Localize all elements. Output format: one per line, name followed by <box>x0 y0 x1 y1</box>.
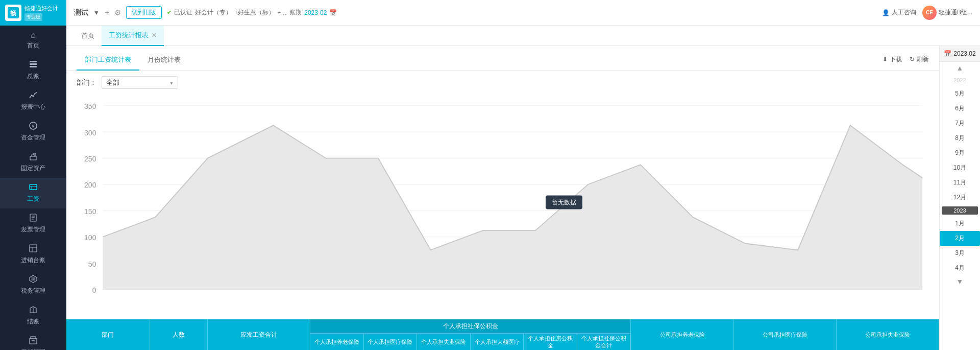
sidebar-item-reports[interactable]: 报表中心 <box>0 86 66 116</box>
topbar-gear-btn[interactable]: ⚙ <box>114 8 121 17</box>
date-month-1[interactable]: 1月 <box>940 216 980 231</box>
svg-text:100: 100 <box>84 234 96 242</box>
col-company-unemploy: 公司承担失业保险 <box>837 319 939 350</box>
help-label: 人工咨询 <box>892 8 916 17</box>
dept-select-wrap: 全部 <box>102 76 178 89</box>
status-biz: +好生意（标） <box>234 8 275 17</box>
download-btn[interactable]: ⬇ 下载 <box>883 55 902 64</box>
user-name: 轻捷通B组... <box>939 8 972 17</box>
tabs-bar: 首页 工资统计报表 ✕ <box>66 26 980 46</box>
toolbar-left: 部门： 全部 <box>77 76 178 89</box>
toolbar-row: 部门： 全部 <box>66 71 939 94</box>
tab-close-btn[interactable]: ✕ <box>152 32 157 39</box>
close-period-icon <box>29 306 37 316</box>
col-personal-pension: 个人承担养老保险 <box>310 334 364 350</box>
sidebar-item-label: 税务管理 <box>21 287 45 295</box>
date-up-btn[interactable]: ▲ <box>954 62 966 74</box>
verified-icon: ✔ <box>167 9 172 16</box>
sidebar-item-funds[interactable]: ¥ 资金管理 <box>0 116 66 147</box>
topbar-right: 👤 人工咨询 CE 轻捷通B组... <box>882 6 972 20</box>
sidebar-item-salary[interactable]: 工资 <box>0 178 66 208</box>
topbar-status: ✔ 已认证 好会计（专） +好生意（标） +… 账期 2023-02 📅 <box>167 8 337 17</box>
status-verified: 已认证 <box>174 8 192 17</box>
sidebar-item-label: 结账 <box>27 317 39 326</box>
help-icon: 👤 <box>882 9 890 16</box>
date-month-4[interactable]: 4月 <box>940 261 980 275</box>
col-dept: 部门 <box>66 319 150 350</box>
date-month-11[interactable]: 11月 <box>940 175 980 190</box>
svg-text:350: 350 <box>84 102 96 110</box>
sidebar-item-label: 固定资产 <box>21 164 45 173</box>
sub-tab-dept[interactable]: 部门工资统计表 <box>77 52 139 71</box>
svg-rect-3 <box>30 63 37 65</box>
content: 部门工资统计表 月份统计表 ⬇ 下载 ↻ 刷新 部门： <box>66 46 980 350</box>
date-month-7[interactable]: 7月 <box>940 116 980 131</box>
chart-svg: 350 300 250 200 150 100 50 0 <box>77 99 929 309</box>
topbar-add-btn[interactable]: + <box>105 8 109 17</box>
date-month-10[interactable]: 10月 <box>940 160 980 175</box>
tab-salary-report[interactable]: 工资统计报表 ✕ <box>102 26 164 46</box>
sidebar-item-label: 发票管理 <box>21 225 45 234</box>
main-panel: 部门工资统计表 月份统计表 ⬇ 下载 ↻ 刷新 部门： <box>66 46 939 350</box>
sub-tab-month[interactable]: 月份统计表 <box>139 52 189 71</box>
ledger-icon <box>29 60 37 71</box>
svg-text:300: 300 <box>84 129 96 137</box>
tab-home[interactable]: 首页 <box>74 26 102 46</box>
project-title: 测试 <box>74 8 88 17</box>
sidebar-item-invoice[interactable]: 发票管理 <box>0 208 66 239</box>
date-header: 📅 2023.02 <box>940 46 980 62</box>
trade-icon <box>29 244 37 254</box>
svg-text:150: 150 <box>84 207 96 216</box>
logo-icon: 畅 <box>5 5 21 21</box>
col-group-header: 个人承担社保公积金 <box>310 319 630 334</box>
date-current: 2023.02 <box>953 50 975 57</box>
reports-icon <box>29 91 37 101</box>
topbar: 测试 ▼ + ⚙ 切到旧版 ✔ 已认证 好会计（专） +好生意（标） +… 账期… <box>66 0 980 26</box>
download-icon: ⬇ <box>883 56 888 63</box>
svg-text:50: 50 <box>88 260 96 268</box>
period-value: 2023-02 <box>304 9 327 16</box>
dept-select[interactable]: 全部 <box>102 76 178 89</box>
refresh-btn[interactable]: ↻ 刷新 <box>910 55 929 64</box>
date-month-9[interactable]: 9月 <box>940 146 980 160</box>
col-personal-total: 个人承担社保公积金合计 <box>577 334 631 350</box>
sidebar-item-tax[interactable]: 税 税务管理 <box>0 270 66 300</box>
sidebar-item-home[interactable]: ⌂ 首页 <box>0 26 66 55</box>
svg-rect-7 <box>30 156 36 160</box>
calendar-icon[interactable]: 📅 <box>329 9 337 16</box>
user-btn[interactable]: CE 轻捷通B组... <box>922 6 972 20</box>
app-name: 畅捷通好会计 <box>24 5 58 12</box>
sidebar-item-trade[interactable]: 进销台账 <box>0 239 66 270</box>
date-nav: ▲ 2022 5月 6月 7月 8月 9月 10月 11月 12月 2023 1… <box>940 62 980 288</box>
main-area: 测试 ▼ + ⚙ 切到旧版 ✔ 已认证 好会计（专） +好生意（标） +… 账期… <box>66 0 980 350</box>
date-month-2-active[interactable]: 2月 <box>940 231 980 246</box>
sidebar-item-archive[interactable]: 归档管理 <box>0 331 66 350</box>
col-total-salary: 应发工资合计 <box>208 319 310 350</box>
date-month-12[interactable]: 12月 <box>940 190 980 205</box>
col-personal-housing: 个人承担住房公积金 <box>524 334 577 350</box>
sidebar-item-close[interactable]: 结账 <box>0 300 66 331</box>
help-btn[interactable]: 👤 人工咨询 <box>882 8 916 17</box>
svg-text:200: 200 <box>84 181 96 189</box>
date-month-6[interactable]: 6月 <box>940 101 980 116</box>
funds-icon: ¥ <box>29 122 37 132</box>
refresh-label: 刷新 <box>917 55 929 64</box>
switch-old-btn[interactable]: 切到旧版 <box>126 6 162 19</box>
date-month-5[interactable]: 5月 <box>940 86 980 101</box>
sidebar-item-label: 总账 <box>27 72 39 81</box>
date-month-3[interactable]: 3月 <box>940 246 980 261</box>
period-label: 账期 <box>289 8 302 17</box>
col-group-cells: 个人承担养老保险 个人承担医疗保险 个人承担失业保险 个人承担大额医疗 个人承担… <box>310 334 630 350</box>
date-down-btn[interactable]: ▼ <box>954 275 966 288</box>
status-good: 好会计（专） <box>195 8 232 17</box>
svg-text:税: 税 <box>31 277 35 282</box>
app-name-block: 畅捷通好会计 专业版 <box>24 5 58 21</box>
assets-icon <box>29 152 37 162</box>
col-personal-unemploy: 个人承担失业保险 <box>417 334 471 350</box>
sidebar-item-assets[interactable]: 固定资产 <box>0 147 66 178</box>
date-month-8[interactable]: 8月 <box>940 131 980 146</box>
sidebar-item-ledger[interactable]: 总账 <box>0 55 66 86</box>
svg-text:0: 0 <box>92 286 96 294</box>
tab-home-label: 首页 <box>81 31 94 40</box>
project-dropdown[interactable]: ▼ <box>93 9 100 16</box>
